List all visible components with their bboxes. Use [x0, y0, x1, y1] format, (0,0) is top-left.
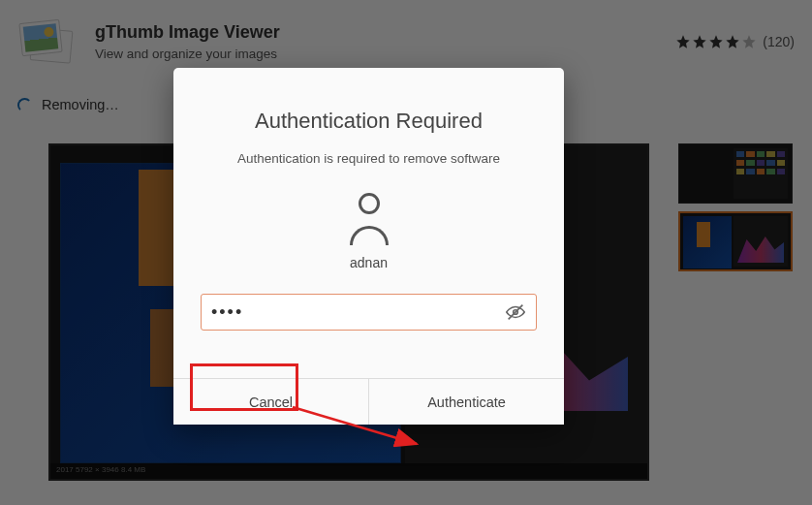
- dialog-title: Authentication Required: [201, 109, 537, 134]
- password-input[interactable]: [211, 302, 505, 323]
- dialog-buttons: Cancel Authenticate: [173, 378, 564, 425]
- password-field-wrapper: [201, 294, 537, 331]
- auth-dialog: Authentication Required Authentication i…: [173, 68, 564, 425]
- username-label: adnan: [201, 255, 537, 270]
- authenticate-button[interactable]: Authenticate: [368, 379, 564, 425]
- user-icon: [347, 193, 391, 245]
- reveal-password-icon[interactable]: [505, 301, 526, 323]
- cancel-button[interactable]: Cancel: [173, 379, 368, 425]
- dialog-subtitle: Authentication is required to remove sof…: [201, 151, 537, 166]
